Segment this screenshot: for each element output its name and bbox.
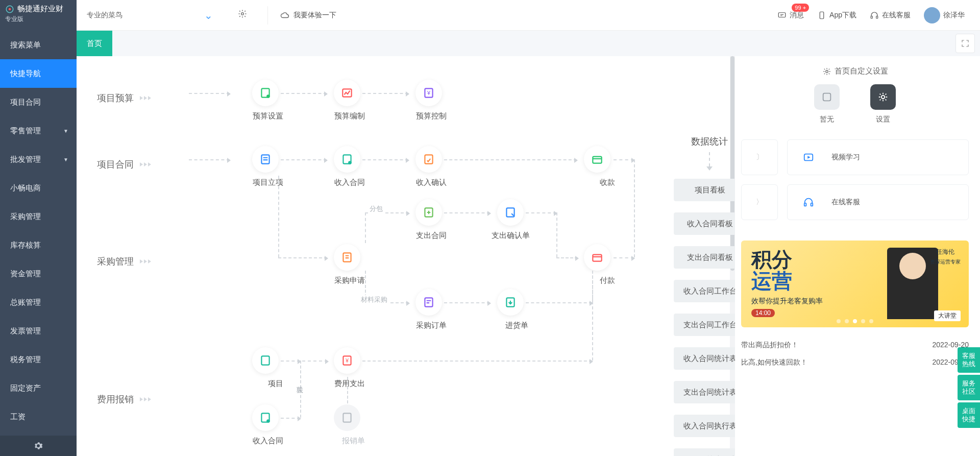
sidebar-item-6[interactable]: 采购管理 — [0, 202, 77, 231]
node-receive[interactable]: 收款 — [579, 146, 615, 187]
triangle-icon — [140, 397, 151, 401]
node-budget-control[interactable]: ¥预算控制 — [411, 80, 447, 121]
card-stub-1[interactable]: 〕 — [741, 139, 778, 175]
top-right-group: 消息 99 + App下载 在线客服 徐泽华 — [777, 7, 965, 23]
sidebar-item-11[interactable]: 税务管理 — [0, 345, 77, 374]
phone-icon — [817, 11, 826, 20]
sidebar-item-5[interactable]: 小畅电商 — [0, 174, 77, 202]
triangle-icon — [140, 162, 151, 166]
float-tab-1[interactable]: 服务社区 — [958, 375, 980, 400]
svg-point-1 — [9, 8, 11, 10]
banner-speaker: 任海伦资深运营专家 — [930, 248, 961, 266]
float-tab-2[interactable]: 桌面快捷 — [958, 402, 980, 428]
node-purchase-order[interactable]: 采购订单 — [411, 289, 447, 330]
node-income-contract-2[interactable]: 收入合同 — [248, 404, 283, 446]
user-menu[interactable]: 徐泽华 — [924, 7, 965, 23]
banner-time: 14:00 — [751, 309, 775, 317]
banner-person-face — [899, 253, 926, 279]
promo-banner[interactable]: 积分运营 效帮你提升老客复购率 14:00 任海伦资深运营专家 大讲堂 — [741, 241, 969, 327]
right-panel: 首页自定义设置 暂无 设置 〕 视频学习 〉 在线客服 积分运营 — [735, 56, 975, 456]
edge-label-material: 材料采购 — [360, 295, 388, 304]
stat-button-7[interactable]: 收入合同执行表 — [674, 415, 735, 437]
stat-button-2[interactable]: 支出合同看板 — [674, 246, 735, 269]
edge-label-subcontract: 分包 — [369, 204, 384, 213]
sidebar-item-2[interactable]: 项目合同 — [0, 88, 77, 116]
node-budget-settings[interactable]: 预算设置 — [248, 80, 283, 121]
user-name: 徐泽华 — [943, 11, 965, 20]
scrollbar-thumb[interactable] — [730, 56, 734, 271]
float-tab-0[interactable]: 客服热线 — [958, 347, 980, 373]
fullscreen-button[interactable] — [955, 34, 975, 53]
news-list: 带出商品折扣价！2022-09-20比高,如何快速回款！2022-09-20 — [741, 337, 969, 371]
try-experience-label: 我要体验一下 — [293, 11, 336, 20]
messages-label: 消息 — [790, 11, 804, 20]
stat-button-1[interactable]: 收入合同看板 — [674, 212, 735, 235]
sidebar-item-0[interactable]: 搜索菜单 — [0, 31, 77, 59]
online-service-button[interactable]: 在线客服 — [870, 11, 911, 20]
node-pay[interactable]: 付款 — [579, 244, 615, 285]
card-stub-2[interactable]: 〉 — [741, 184, 778, 220]
stat-button-0[interactable]: 项目看板 — [674, 179, 735, 201]
try-experience-button[interactable]: 我要体验一下 — [267, 6, 336, 25]
tile-settings[interactable]: 设置 — [870, 84, 896, 124]
carousel-dots[interactable] — [837, 319, 873, 323]
node-purchase-request[interactable]: 采购申请 — [329, 244, 365, 285]
gear-icon — [877, 91, 889, 103]
sidebar-item-4[interactable]: 批发管理▼ — [0, 145, 77, 174]
stat-button-3[interactable]: 收入合同工作台 — [674, 280, 735, 302]
tab-home[interactable]: 首页 — [77, 31, 112, 56]
brand-edition: 专业版 — [5, 15, 71, 23]
svg-point-14 — [348, 161, 352, 164]
sidebar-item-9[interactable]: 总账管理 — [0, 288, 77, 317]
sidebar-item-8[interactable]: 资金管理 — [0, 259, 77, 288]
svg-rect-5 — [871, 16, 872, 18]
svg-text:¥: ¥ — [427, 90, 431, 96]
node-goods-in[interactable]: 进货单 — [493, 289, 528, 330]
svg-rect-28 — [343, 413, 351, 422]
sidebar-item-3[interactable]: 零售管理▼ — [0, 116, 77, 145]
card-online-service[interactable]: 在线客服 — [787, 184, 969, 220]
node-reimburse[interactable]: 报销单 — [329, 404, 365, 446]
stat-button-4[interactable]: 支出合同工作台 — [674, 314, 735, 336]
node-out-contract[interactable]: 支出合同 — [411, 199, 447, 241]
svg-point-2 — [241, 13, 244, 15]
sidebar-item-10[interactable]: 发票管理 — [0, 317, 77, 345]
sidebar-settings-button[interactable] — [0, 436, 77, 456]
sidebar-item-13[interactable]: 工资 — [0, 402, 77, 431]
node-budget-make[interactable]: 预算编制 — [329, 80, 365, 121]
stat-button-8[interactable]: 项目预算执行表 — [674, 448, 735, 456]
news-row-1[interactable]: 比高,如何快速回款！2022-09-20 — [741, 354, 969, 371]
svg-point-31 — [881, 95, 885, 99]
card-video-learning[interactable]: 视频学习 — [787, 139, 969, 175]
banner-line1a: 积分 — [751, 248, 792, 271]
svg-rect-34 — [811, 203, 813, 206]
row-label-expense: 费用报销 — [97, 393, 151, 405]
gear-icon — [34, 441, 43, 450]
top-bar: 专业的菜鸟 ⌄ 我要体验一下 消息 99 + App下载 在线客服 徐泽华 — [77, 0, 980, 31]
app-download-button[interactable]: App下载 — [817, 11, 856, 20]
sidebar-item-12[interactable]: 固定资产 — [0, 374, 77, 402]
messages-button[interactable]: 消息 99 + — [777, 11, 804, 20]
news-row-0[interactable]: 带出商品折扣价！2022-09-20 — [741, 337, 969, 354]
node-income-contract[interactable]: 收入合同 — [329, 146, 365, 187]
headset-icon — [800, 194, 817, 211]
svg-rect-16 — [593, 157, 601, 163]
sidebar: 畅捷通好业财 专业版 搜索菜单快捷导航项目合同零售管理▼批发管理▼小畅电商采购管… — [0, 0, 77, 456]
node-income-confirm[interactable]: 收入确认 — [411, 146, 447, 187]
card-cs-label: 在线客服 — [831, 198, 860, 207]
node-out-confirm[interactable]: 支出确认单 — [493, 199, 528, 241]
stat-button-6[interactable]: 支出合同统计表 — [674, 381, 735, 403]
svg-rect-23 — [261, 356, 269, 365]
down-arrow-icon — [707, 152, 712, 171]
caret-down-icon: ▼ — [63, 157, 68, 162]
right-panel-header[interactable]: 首页自定义设置 — [735, 66, 975, 76]
brand-logo-icon — [5, 5, 14, 14]
stat-button-5[interactable]: 收入合同统计表 — [674, 347, 735, 370]
news-title: 带出商品折扣价！ — [741, 341, 798, 350]
node-project[interactable]: 项目 — [248, 347, 283, 389]
sidebar-item-7[interactable]: 库存核算 — [0, 231, 77, 259]
workspace-selector[interactable]: 专业的菜鸟 ⌄ — [87, 9, 230, 21]
tile-none[interactable]: 暂无 — [814, 84, 840, 124]
workspace-settings-button[interactable] — [238, 9, 247, 21]
sidebar-item-1[interactable]: 快捷导航 — [0, 59, 77, 88]
